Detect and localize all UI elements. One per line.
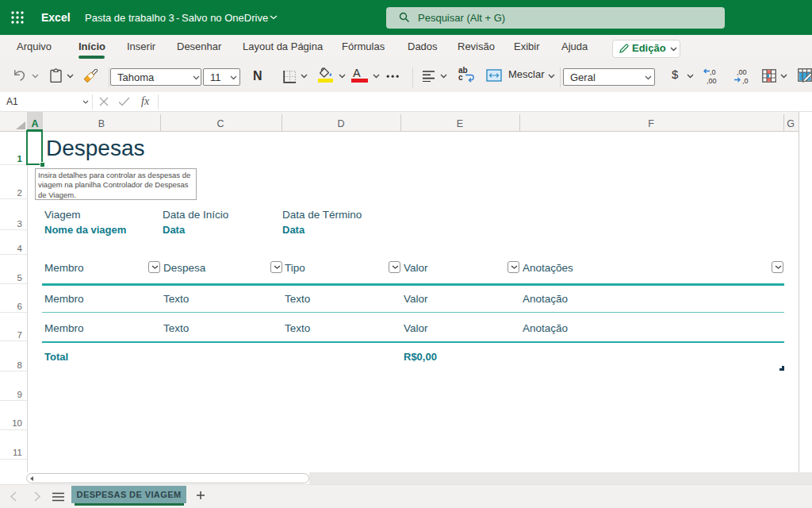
svg-text:,00: ,00 bbox=[737, 68, 747, 76]
svg-text:,0: ,0 bbox=[710, 68, 716, 76]
svg-text:,00: ,00 bbox=[707, 77, 717, 85]
svg-text:,0: ,0 bbox=[742, 77, 749, 85]
